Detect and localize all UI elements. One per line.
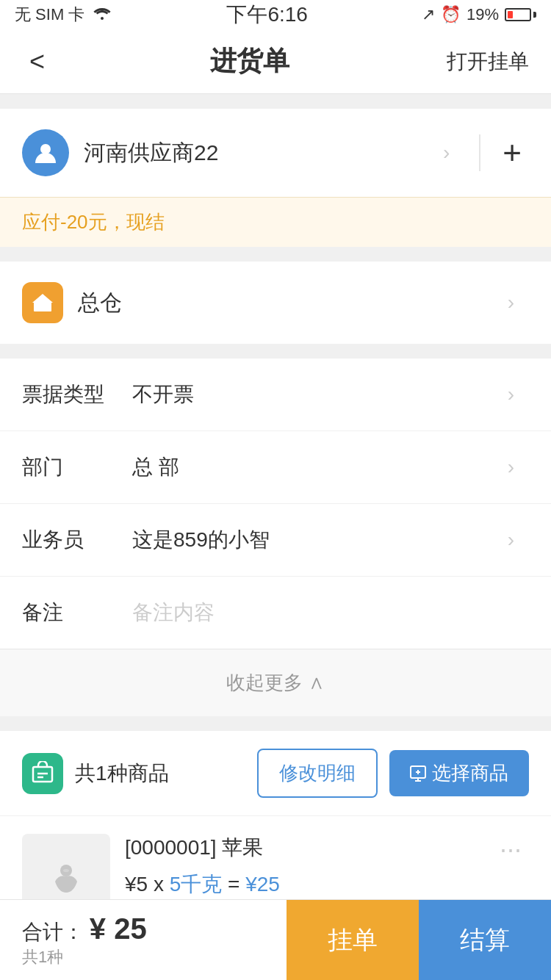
sales-chevron-icon: ›: [508, 528, 514, 552]
supplier-chevron-icon: ›: [443, 141, 450, 165]
supplier-avatar: [22, 129, 69, 176]
product-title: 苹果: [222, 836, 263, 859]
carrier-text: 无 SIM 卡: [15, 4, 84, 26]
form-section: 票据类型 不开票 › 部门 总 部 › 业务员 这是859的小智 › 备注 备注…: [0, 359, 551, 649]
supplier-name: 河南供应商22: [84, 138, 443, 168]
product-id: [0000001]: [125, 836, 217, 859]
warehouse-chevron-icon: ›: [508, 291, 514, 314]
product-unit-price: ¥5: [125, 873, 148, 896]
total-label: 合计：: [22, 920, 84, 943]
open-hang-button[interactable]: 打开挂单: [447, 48, 529, 76]
battery-text: 19%: [467, 5, 499, 24]
sales-label: 业务员: [22, 526, 110, 554]
main-content: 河南供应商22 › + 应付-20元，现结 总仓 › 票据类型 不开: [0, 94, 551, 980]
status-right: ↗ ⏰ 19%: [422, 5, 536, 24]
product-equals: =: [228, 873, 245, 896]
back-button[interactable]: <: [22, 39, 52, 84]
product-count-text: 共1种商品: [75, 760, 257, 788]
product-qty: 5千克: [170, 873, 223, 896]
product-multiply: x: [154, 873, 170, 896]
hang-button[interactable]: 挂单: [287, 900, 419, 980]
remark-row[interactable]: 备注 备注内容: [0, 577, 551, 649]
dept-chevron-icon: ›: [508, 455, 514, 479]
status-time: 下午6:16: [226, 1, 308, 29]
svg-point-0: [40, 144, 51, 154]
warehouse-name: 总仓: [78, 288, 508, 318]
supplier-divider: [479, 134, 480, 171]
select-product-label: 选择商品: [432, 760, 508, 786]
product-header: 共1种商品 修改明细 选择商品: [0, 731, 551, 815]
product-total: ¥25: [245, 873, 280, 896]
dept-row[interactable]: 部门 总 部 ›: [0, 431, 551, 504]
supplier-row[interactable]: 河南供应商22 › +: [0, 109, 551, 197]
select-product-button[interactable]: 选择商品: [389, 750, 529, 796]
svg-marker-2: [32, 294, 53, 303]
checkout-button[interactable]: 结算: [419, 900, 551, 980]
warehouse-section: 总仓 ›: [0, 262, 551, 344]
section-gap-4: [0, 716, 551, 731]
product-count-icon: [22, 753, 63, 794]
section-gap-3: [0, 344, 551, 359]
collapse-button[interactable]: 收起更多 ∧: [0, 649, 551, 716]
supplier-section: 河南供应商22 › + 应付-20元，现结: [0, 109, 551, 247]
product-name: [0000001] 苹果: [125, 834, 492, 862]
product-more-button[interactable]: ···: [492, 834, 529, 865]
wifi-icon: [92, 5, 112, 24]
bottom-total: 合计： ¥ 25 共1种: [0, 900, 287, 980]
total-amount: ¥ 25: [90, 912, 147, 945]
page-title: 进货单: [210, 43, 289, 79]
invoice-value: 不开票: [132, 381, 508, 408]
invoice-label: 票据类型: [22, 381, 110, 408]
section-gap-1: [0, 94, 551, 109]
add-supplier-button[interactable]: +: [495, 134, 529, 171]
location-icon: ↗: [422, 5, 435, 24]
nav-bar: < 进货单 打开挂单: [0, 29, 551, 94]
svg-point-13: [63, 869, 69, 872]
sales-row[interactable]: 业务员 这是859的小智 ›: [0, 504, 551, 577]
alarm-icon: ⏰: [441, 5, 461, 24]
warehouse-icon: [22, 282, 63, 323]
battery-icon: [505, 8, 536, 21]
product-info: [0000001] 苹果 ¥5 x 5千克 = ¥25: [125, 834, 492, 898]
bottom-bar: 合计： ¥ 25 共1种 挂单 结算: [0, 899, 551, 980]
svg-rect-3: [40, 306, 46, 311]
remark-label: 备注: [22, 599, 110, 627]
product-price-row: ¥5 x 5千克 = ¥25: [125, 871, 492, 898]
remark-input[interactable]: 备注内容: [132, 599, 529, 627]
dept-label: 部门: [22, 453, 110, 481]
invoice-row[interactable]: 票据类型 不开票 ›: [0, 359, 551, 431]
invoice-chevron-icon: ›: [508, 383, 514, 406]
status-left: 无 SIM 卡: [15, 4, 112, 26]
status-bar: 无 SIM 卡 下午6:16 ↗ ⏰ 19%: [0, 0, 551, 29]
total-line: 合计： ¥ 25: [22, 912, 264, 946]
section-gap-2: [0, 247, 551, 262]
supplier-notice: 应付-20元，现结: [0, 197, 551, 247]
dept-value: 总 部: [132, 453, 508, 481]
sales-value: 这是859的小智: [132, 526, 508, 554]
warehouse-row[interactable]: 总仓 ›: [0, 262, 551, 344]
total-count: 共1种: [22, 946, 264, 968]
edit-detail-button[interactable]: 修改明细: [257, 749, 378, 798]
